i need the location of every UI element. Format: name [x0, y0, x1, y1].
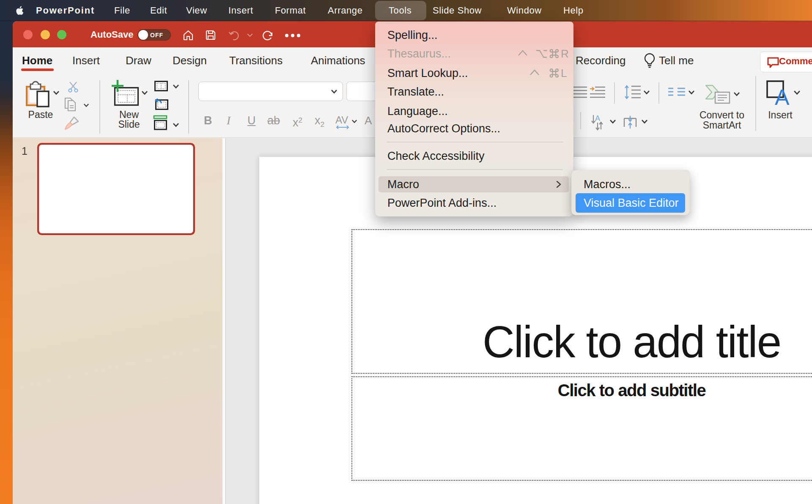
- svg-text:L: L: [561, 67, 567, 79]
- svg-text:R: R: [561, 47, 569, 60]
- svg-text:A: A: [595, 114, 600, 123]
- svg-text:A: A: [775, 85, 790, 110]
